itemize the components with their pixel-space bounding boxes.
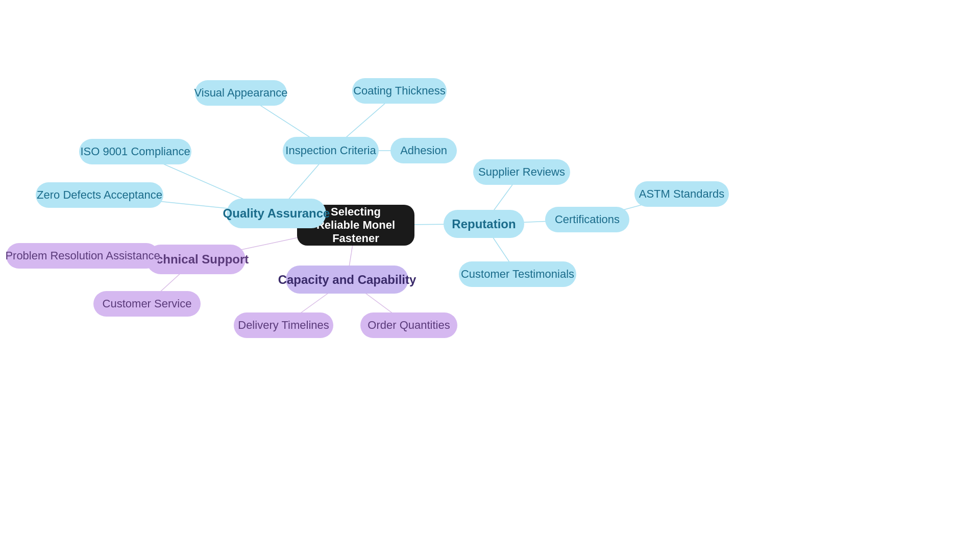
coating-thickness-label: Coating Thickness [353,84,446,98]
problem-resolution-node[interactable]: Problem Resolution Assistance [6,243,159,269]
inspection-criteria-node[interactable]: Inspection Criteria [283,137,379,164]
delivery-timelines-label: Delivery Timelines [238,319,329,332]
capacity-capability-label: Capacity and Capability [278,273,416,287]
customer-service-node[interactable]: Customer Service [93,291,201,317]
customer-service-label: Customer Service [103,297,192,310]
customer-testimonials-label: Customer Testimonials [461,268,574,281]
center-label: Criteria for Selecting Reliable Monel Fa… [310,192,402,258]
technical-support-node[interactable]: Technical Support [146,245,246,274]
order-quantities-label: Order Quantities [368,319,450,332]
order-quantities-node[interactable]: Order Quantities [360,312,457,338]
astm-standards-label: ASTM Standards [639,187,725,201]
inspection-criteria-label: Inspection Criteria [285,144,376,157]
iso-compliance-node[interactable]: ISO 9001 Compliance [79,139,191,164]
certifications-node[interactable]: Certifications [545,207,629,232]
reputation-label: Reputation [452,217,516,231]
coating-thickness-node[interactable]: Coating Thickness [352,78,447,104]
adhesion-node[interactable]: Adhesion [390,138,457,163]
adhesion-label: Adhesion [400,144,447,157]
visual-appearance-label: Visual Appearance [194,86,287,100]
delivery-timelines-node[interactable]: Delivery Timelines [234,312,333,338]
zero-defects-node[interactable]: Zero Defects Acceptance [36,182,163,208]
astm-standards-node[interactable]: ASTM Standards [634,181,729,207]
problem-resolution-label: Problem Resolution Assistance [5,249,160,262]
quality-assurance-node[interactable]: Quality Assurance [227,199,326,228]
certifications-label: Certifications [555,213,620,226]
zero-defects-label: Zero Defects Acceptance [37,188,162,202]
reputation-node[interactable]: Reputation [444,210,524,238]
iso-compliance-label: ISO 9001 Compliance [80,145,190,158]
visual-appearance-node[interactable]: Visual Appearance [195,80,287,106]
supplier-reviews-label: Supplier Reviews [478,165,565,179]
customer-testimonials-node[interactable]: Customer Testimonials [459,261,576,287]
capacity-capability-node[interactable]: Capacity and Capability [286,266,408,294]
quality-assurance-label: Quality Assurance [223,206,330,221]
supplier-reviews-node[interactable]: Supplier Reviews [473,159,570,185]
